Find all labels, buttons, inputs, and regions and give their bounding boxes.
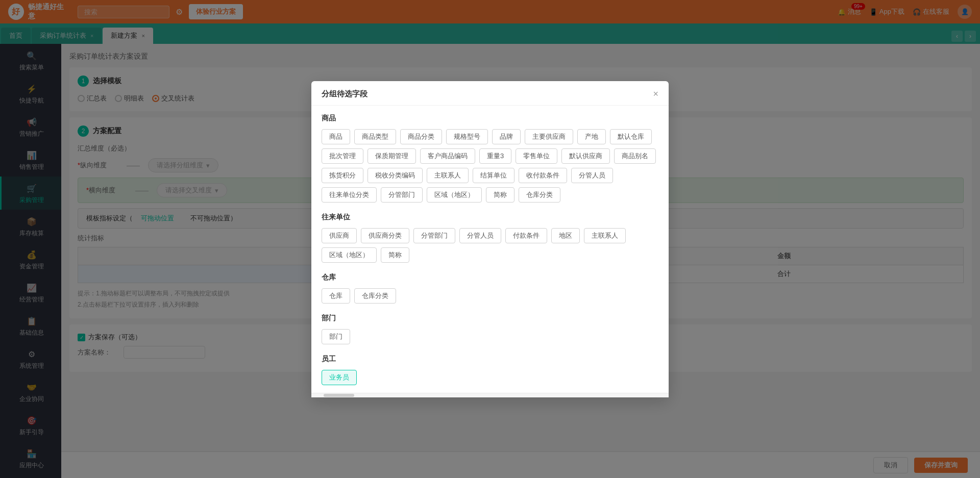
field-tag-goods-17[interactable]: 税收分类编码	[368, 168, 423, 183]
field-grid-dept: 部门	[322, 329, 658, 344]
field-tag-goods-20[interactable]: 收付款条件	[519, 168, 567, 183]
field-tag-goods-5[interactable]: 品牌	[492, 129, 521, 144]
field-section-staff-title: 员工	[322, 355, 658, 364]
field-section-warehouse-title: 仓库	[322, 273, 658, 282]
field-section-goods: 商品 商品 商品类型 商品分类 规格型号 品牌 主要供应商 产地 默认仓库 批次…	[322, 114, 658, 203]
field-tag-partner-6[interactable]: 地区	[551, 228, 580, 243]
field-tag-dept-1[interactable]: 部门	[322, 329, 350, 344]
field-tag-goods-23[interactable]: 分管部门	[381, 187, 423, 203]
field-tag-partner-5[interactable]: 付款条件	[505, 228, 547, 243]
field-tag-partner-4[interactable]: 分管人员	[459, 228, 501, 243]
field-section-partner: 往来单位 供应商 供应商分类 分管部门 分管人员 付款条件 地区 主联系人 区域…	[322, 213, 658, 263]
field-tag-goods-2[interactable]: 商品类型	[354, 129, 396, 144]
field-tag-goods-21[interactable]: 分管人员	[571, 168, 613, 183]
field-section-goods-title: 商品	[322, 114, 658, 123]
field-grid-partner: 供应商 供应商分类 分管部门 分管人员 付款条件 地区 主联系人 区域（地区） …	[322, 228, 658, 263]
field-tag-goods-24[interactable]: 区域（地区）	[427, 187, 482, 203]
field-tag-goods-18[interactable]: 主联系人	[427, 168, 469, 183]
field-tag-goods-4[interactable]: 规格型号	[446, 129, 488, 144]
field-tag-goods-13[interactable]: 零售单位	[516, 148, 557, 164]
field-tag-partner-8[interactable]: 区域（地区）	[322, 247, 377, 263]
modal-overlay[interactable]: 分组待选字段 × 商品 商品 商品类型 商品分类 规格型号 品牌 主要供应商 产…	[0, 0, 980, 478]
modal-header: 分组待选字段 ×	[311, 81, 669, 106]
modal-close-button[interactable]: ×	[653, 89, 658, 98]
field-section-dept-title: 部门	[322, 314, 658, 323]
field-section-warehouse: 仓库 仓库 仓库分类	[322, 273, 658, 304]
field-tag-warehouse-2[interactable]: 仓库分类	[354, 288, 396, 304]
field-tag-goods-9[interactable]: 批次管理	[322, 148, 363, 164]
field-section-partner-title: 往来单位	[322, 213, 658, 222]
field-tag-partner-1[interactable]: 供应商	[322, 228, 357, 243]
field-grid-staff: 业务员	[322, 370, 658, 385]
field-tag-goods-14[interactable]: 默认供应商	[561, 148, 610, 164]
field-tag-goods-3[interactable]: 商品分类	[400, 129, 442, 144]
modal-title: 分组待选字段	[322, 89, 368, 99]
field-tag-goods-25[interactable]: 简称	[486, 187, 514, 203]
field-tag-goods-10[interactable]: 保质期管理	[368, 148, 416, 164]
field-tag-goods-22[interactable]: 往来单位分类	[322, 187, 377, 203]
field-tag-partner-9[interactable]: 简称	[381, 247, 409, 263]
field-grid-goods: 商品 商品类型 商品分类 规格型号 品牌 主要供应商 产地 默认仓库 批次管理 …	[322, 129, 658, 203]
field-grid-warehouse: 仓库 仓库分类	[322, 288, 658, 304]
modal-hscroll-thumb	[324, 394, 354, 397]
field-tag-partner-2[interactable]: 供应商分类	[361, 228, 409, 243]
field-tag-goods-7[interactable]: 产地	[577, 129, 606, 144]
modal-horizontal-scroll[interactable]	[311, 393, 669, 397]
field-tag-goods-8[interactable]: 默认仓库	[610, 129, 652, 144]
field-tag-goods-16[interactable]: 拣货积分	[322, 168, 363, 183]
field-selection-modal: 分组待选字段 × 商品 商品 商品类型 商品分类 规格型号 品牌 主要供应商 产…	[311, 81, 669, 397]
field-tag-goods-11[interactable]: 客户商品编码	[420, 148, 475, 164]
field-section-staff: 员工 业务员	[322, 355, 658, 385]
field-tag-partner-7[interactable]: 主联系人	[584, 228, 626, 243]
field-tag-goods-15[interactable]: 商品别名	[614, 148, 656, 164]
field-tag-goods-19[interactable]: 结算单位	[473, 168, 514, 183]
field-tag-warehouse-1[interactable]: 仓库	[322, 288, 350, 304]
field-tag-goods-26[interactable]: 仓库分类	[519, 187, 560, 203]
field-section-dept: 部门 部门	[322, 314, 658, 344]
field-tag-staff-1[interactable]: 业务员	[322, 370, 357, 385]
field-tag-goods-1[interactable]: 商品	[322, 129, 350, 144]
field-tag-goods-6[interactable]: 主要供应商	[525, 129, 573, 144]
field-tag-partner-3[interactable]: 分管部门	[413, 228, 455, 243]
modal-body: 商品 商品 商品类型 商品分类 规格型号 品牌 主要供应商 产地 默认仓库 批次…	[311, 106, 669, 393]
field-tag-goods-12[interactable]: 重量3	[479, 148, 511, 164]
